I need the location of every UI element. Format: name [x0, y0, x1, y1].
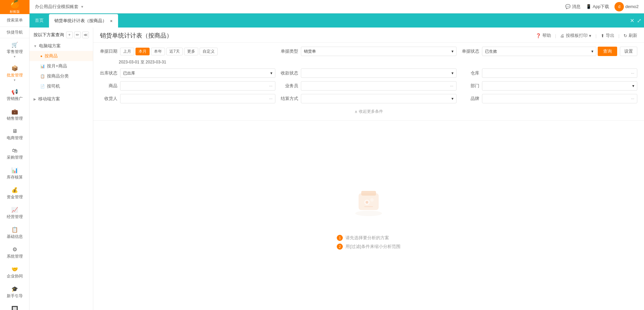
refresh-label: 刷新 [629, 33, 637, 39]
sidebar-quick-nav[interactable]: 快捷导航 [0, 27, 29, 38]
window-close-btn[interactable]: ✕ [630, 17, 634, 24]
tree-section-desktop-header[interactable]: ▼ 电脑端方案 [30, 41, 93, 51]
sidebar-item-ops[interactable]: 📈 经营管理 [0, 203, 29, 223]
doc-status-arrow-icon: ▾ [591, 49, 593, 54]
date-range-display: 2023-03-01 至 2023-03-31 [119, 60, 166, 64]
inventory-icon: 📊 [11, 167, 18, 173]
content-area: 按以下方案查询 + ✏ ≪ ▼ 电脑端方案 ● 按商品 📊 按 [30, 28, 644, 310]
logo-icon: 🍊 [10, 0, 19, 9]
left-panel: 按以下方案查询 + ✏ ≪ ▼ 电脑端方案 ● 按商品 📊 按 [30, 28, 93, 310]
tree-item-by-category[interactable]: 📋 按商品分类 [30, 71, 93, 81]
section-arrow-icon: ▼ [34, 44, 37, 48]
edit-scheme-btn[interactable]: ✏ [74, 32, 81, 38]
doc-status-label: 单据状态 [462, 48, 479, 54]
collapse-panel-btn[interactable]: ≪ [82, 32, 89, 38]
refresh-btn[interactable]: ↻ 刷新 [624, 33, 637, 39]
category-icon: 📋 [40, 74, 45, 79]
sidebar-search[interactable]: 搜索菜单 [0, 14, 29, 27]
export-btn[interactable]: ⬆ 导出 [601, 33, 614, 39]
product-dots-icon: ··· [269, 84, 272, 88]
filter-doc-type-group: 单据类型 销货单 ▾ [281, 47, 456, 56]
sidebar-item-newbie[interactable]: 🎓 新手引导 [0, 282, 29, 302]
mobile-section-arrow-icon: ▶ [34, 97, 36, 101]
product-input[interactable]: ··· [120, 81, 275, 91]
sidebar-item-wholesale[interactable]: 📦 批发管理 ▾ [0, 62, 29, 85]
help-btn[interactable]: ❓ 帮助 [536, 33, 551, 39]
outbound-select[interactable]: 已出库 ▾ [120, 68, 275, 78]
date-btn-this-year[interactable]: 本年 [151, 48, 165, 55]
filter-warehouse-group: 仓库 ··· [462, 68, 637, 78]
recipient-input[interactable]: ··· [120, 94, 275, 103]
sidebar-item-marketing[interactable]: 📢 营销推广 [0, 85, 29, 105]
page-actions: ❓ 帮助 | 🖨 按模板打印 ▾ | ⬆ 导出 | [536, 33, 637, 39]
settle-select[interactable]: ▾ [301, 94, 456, 103]
tree-item-by-driver[interactable]: 📄 按司机 [30, 81, 93, 91]
sidebar-item-inventory[interactable]: 📊 库存核算 [0, 164, 29, 184]
date-btn-last-month[interactable]: 上月 [120, 48, 134, 55]
tab-home-label: 首页 [35, 17, 44, 23]
payment-select[interactable]: ▾ [301, 68, 456, 78]
window-expand-btn[interactable]: ⤢ [637, 17, 641, 24]
sidebar-logo[interactable]: 🍊 标账版 [0, 0, 30, 14]
export-label: 导出 [606, 33, 614, 39]
filter-settle-group: 结算方式 ▾ [281, 94, 456, 103]
tip1-text: 请先选择要分析的方案 [345, 235, 389, 241]
outbound-label: 出库状态 [100, 70, 117, 76]
filter-date-group: 单据日期 上月 本月 本年 近7天 更多 自定义 [100, 48, 275, 55]
topbar-user[interactable]: d demo2 [614, 2, 639, 11]
date-btn-more[interactable]: 更多 [184, 48, 198, 55]
sidebar-item-coop[interactable]: 🤝 企业协同 [0, 263, 29, 282]
sidebar-item-basic[interactable]: 📋 基础信息 [0, 223, 29, 243]
tab-close-icon[interactable]: × [110, 18, 113, 23]
query-btn[interactable]: 查询 [598, 47, 617, 56]
sidebar-item-sales[interactable]: 💼 销售管理 [0, 105, 29, 125]
date-btn-this-month[interactable]: 本月 [136, 48, 150, 55]
sidebar-item-ecommerce[interactable]: 🖥 电商管理 [0, 125, 29, 144]
warehouse-input[interactable]: ··· [482, 68, 637, 78]
dept-select[interactable]: ▾ [482, 81, 637, 91]
doc-status-select[interactable]: 已生效 ▾ [482, 47, 596, 56]
tree-item-by-product[interactable]: ● 按商品 [30, 51, 93, 61]
print-btn[interactable]: 🖨 按模板打印 ▾ [560, 33, 591, 39]
sidebar-item-appstore[interactable]: 🔲 应用中心 [0, 302, 29, 310]
filter-product-group: 商品 ··· [100, 81, 275, 91]
empty-tip-1: 1 请先选择要分析的方案 [337, 235, 400, 241]
topbar-app-download[interactable]: 📱 App下载 [586, 4, 609, 10]
date-btn-7days[interactable]: 近7天 [166, 48, 183, 55]
tree-item-by-month-product[interactable]: 📊 按月+商品 [30, 61, 93, 71]
collapse-more-btn[interactable]: ∧ 收起更多条件 [100, 107, 637, 116]
doc-type-select[interactable]: 销货单 ▾ [301, 47, 456, 56]
sales-icon: 💼 [11, 108, 18, 115]
tree-section-mobile-header[interactable]: ▶ 移动端方案 [30, 94, 93, 104]
help-icon: ❓ [536, 33, 541, 38]
brand-input[interactable]: ··· [482, 94, 637, 103]
staff-input[interactable]: ··· [301, 81, 456, 91]
settings-btn[interactable]: 设置 [620, 47, 637, 56]
filter-outbound-group: 出库状态 已出库 ▾ [100, 68, 275, 78]
sidebar-item-purchase[interactable]: 🛍 采购管理 [0, 144, 29, 164]
brand-dots-icon: ··· [631, 96, 634, 101]
payment-arrow-icon: ▾ [451, 71, 453, 75]
filter-staff-group: 业务员 ··· [281, 81, 456, 91]
tab-home[interactable]: 首页 [30, 13, 49, 28]
sidebar-item-finance[interactable]: 💰 资金管理 [0, 184, 29, 203]
sidebar-item-retail[interactable]: 🛒 零售管理 ▾ [0, 38, 29, 62]
section-label: 电脑端方案 [39, 43, 61, 49]
finance-icon: 💰 [11, 187, 18, 193]
topbar-dropdown-btn[interactable]: ▾ [81, 4, 83, 9]
doc-type-label: 单据类型 [281, 48, 298, 54]
date-btn-custom[interactable]: 自定义 [200, 48, 218, 55]
tab-sales-report[interactable]: 销货单统计计表（按商品） × [49, 14, 118, 28]
tree-section-mobile: ▶ 移动端方案 [30, 94, 93, 107]
filter-doc-status-group: 单据状态 已生效 ▾ 查询 设置 [462, 47, 637, 56]
ops-icon: 📈 [11, 207, 18, 213]
sidebar-item-system[interactable]: ⚙ 系统管理 [0, 243, 29, 263]
topbar-message[interactable]: 💬 消息 [565, 4, 581, 10]
recipient-dots-icon: ··· [269, 96, 272, 101]
sidebar-item-label: 资金管理 [7, 194, 23, 200]
collapse-label: 收起更多条件 [359, 109, 383, 114]
print-label: 按模板打印 [566, 33, 588, 39]
coop-icon: 🤝 [11, 266, 18, 272]
add-scheme-btn[interactable]: + [66, 32, 73, 38]
filter-area: 单据日期 上月 本月 本年 近7天 更多 自定义 单据类型 [93, 43, 644, 121]
